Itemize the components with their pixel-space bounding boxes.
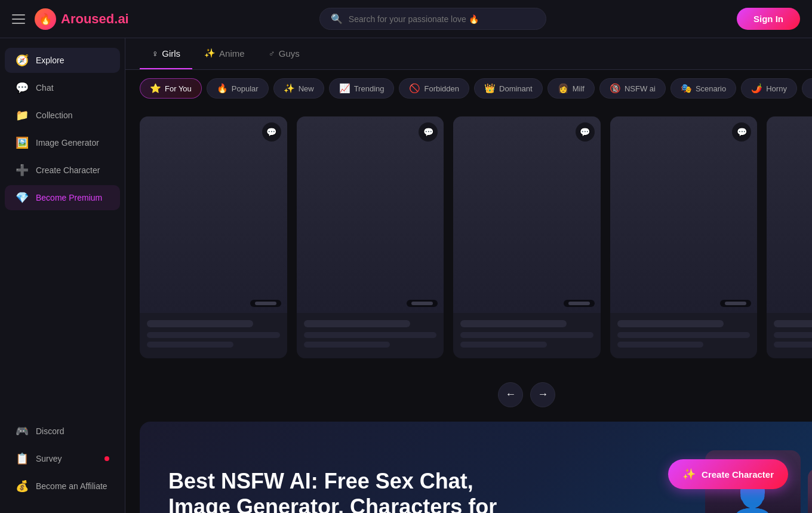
card-name-bar (617, 320, 724, 327)
tab-anime[interactable]: ✨ Anime (192, 38, 257, 69)
card-image-2: 💬 (297, 116, 444, 313)
card-desc-bar-short (774, 342, 812, 348)
anime-icon: ✨ (204, 48, 216, 59)
card-stat-4 (720, 300, 751, 307)
card-chat-button-3[interactable]: 💬 (576, 122, 595, 142)
filter-new[interactable]: ✨ New (273, 78, 324, 99)
header: 🔥 Aroused.ai 🔍 Sign In (0, 0, 812, 38)
filter-scenario[interactable]: 🎭 Scenario (670, 78, 736, 99)
next-page-button[interactable]: → (530, 382, 555, 407)
girls-icon: ♀️ (152, 48, 158, 59)
sidebar-item-label: Become Premium (36, 193, 102, 202)
card-name-bar (774, 320, 812, 327)
create-character-floating-button[interactable]: ✨ Create Character (668, 459, 788, 489)
milf-emoji: 👩 (558, 83, 569, 94)
sidebar-item-label: Chat (36, 83, 54, 93)
card-desc-bar (147, 332, 280, 338)
card-info-3 (453, 313, 601, 358)
card-desc-bar (304, 332, 437, 338)
sidebar-item-create-character[interactable]: ➕ Create Character (5, 158, 120, 183)
sidebar-item-explore[interactable]: 🧭 Explore (5, 48, 120, 73)
tab-guys[interactable]: ♂️ Guys (257, 39, 312, 69)
collection-icon: 📁 (16, 109, 29, 122)
card-name-bar (304, 320, 410, 327)
character-card[interactable]: 💬 (767, 116, 812, 358)
sidebar-item-become-premium[interactable]: 💎 Become Premium (5, 185, 120, 210)
prev-page-button[interactable]: ← (498, 382, 523, 407)
sidebar-item-image-generator[interactable]: 🖼️ Image Generator (5, 130, 120, 155)
card-image-1: 💬 (140, 116, 287, 313)
sidebar-item-survey[interactable]: 📋 Survey (5, 446, 120, 471)
search-input[interactable] (349, 14, 535, 24)
header-left: 🔥 Aroused.ai (12, 8, 129, 30)
sidebar-item-collection[interactable]: 📁 Collection (5, 103, 120, 128)
sign-in-button[interactable]: Sign In (737, 8, 800, 30)
card-desc-bar-short (304, 342, 390, 348)
card-info-4 (610, 313, 758, 358)
banner-title: Best NSFW AI: Free Sex Chat, Image Gener… (168, 468, 515, 513)
for-you-emoji: ⭐ (150, 83, 161, 94)
tab-girls[interactable]: ♀️ Girls (140, 39, 192, 69)
main-layout: 🧭 Explore 💬 Chat 📁 Collection 🖼️ Image G… (0, 38, 812, 513)
filter-submissive[interactable]: 🎀 Submis... (802, 78, 812, 99)
logo-icon: 🔥 (35, 8, 56, 30)
card-image-4: 💬 (610, 116, 758, 313)
search-bar[interactable]: 🔍 (319, 8, 546, 30)
forbidden-emoji: 🚫 (409, 83, 420, 94)
card-desc-bar (617, 332, 751, 338)
premium-icon: 💎 (16, 191, 29, 204)
discord-icon: 🎮 (16, 425, 29, 438)
sidebar-item-affiliate[interactable]: 💰 Become an Affiliate (5, 474, 120, 499)
character-card[interactable]: 💬 (140, 116, 287, 358)
create-char-label: Create Character (702, 469, 774, 480)
sidebar-item-chat[interactable]: 💬 Chat (5, 75, 120, 100)
hamburger-menu[interactable] (12, 14, 25, 24)
pagination: ← → (125, 368, 812, 422)
card-chat-button-4[interactable]: 💬 (732, 122, 751, 142)
survey-badge (104, 456, 109, 461)
create-char-icon: ✨ (682, 468, 696, 481)
card-stat-3 (564, 300, 595, 307)
character-card[interactable]: 💬 (453, 116, 601, 358)
banner-figure-2: 👤 (808, 468, 812, 513)
search-icon: 🔍 (331, 13, 343, 24)
card-chat-button-2[interactable]: 💬 (419, 122, 438, 142)
character-card[interactable]: 💬 (610, 116, 758, 358)
filter-dominant[interactable]: 👑 Dominant (474, 78, 543, 99)
sidebar-item-discord[interactable]: 🎮 Discord (5, 419, 120, 444)
logo-area[interactable]: 🔥 Aroused.ai (35, 8, 129, 30)
filter-milf[interactable]: 👩 Milf (548, 78, 595, 99)
filter-for-you[interactable]: ⭐ For You (140, 78, 202, 99)
sidebar-item-label: Survey (36, 454, 62, 463)
filter-popular[interactable]: 🔥 Popular (207, 78, 269, 99)
filter-trending[interactable]: 📈 Trending (329, 78, 395, 99)
figure-silhouette-2: 👤 (808, 468, 812, 513)
cards-grid: 💬 💬 (140, 116, 812, 358)
logo-text: Aroused.ai (61, 11, 129, 27)
banner-text: Best NSFW AI: Free Sex Chat, Image Gener… (168, 468, 705, 513)
image-generator-icon: 🖼️ (16, 136, 29, 149)
card-info-1 (140, 313, 287, 358)
filter-horny[interactable]: 🌶️ Horny (741, 78, 797, 99)
card-desc-bar (460, 332, 593, 338)
affiliate-icon: 💰 (16, 480, 29, 493)
sidebar-item-label: Create Character (36, 165, 100, 175)
nsfw-ai-emoji: 🔞 (610, 83, 621, 94)
trending-emoji: 📈 (339, 83, 350, 94)
main-content: ♀️ Girls ✨ Anime ♂️ Guys ⭐ For You 🔥 Pop… (125, 38, 812, 513)
sidebar-item-label: Become an Affiliate (36, 481, 107, 491)
card-image-5: 💬 (767, 116, 812, 313)
new-emoji: ✨ (284, 83, 295, 94)
filter-forbidden[interactable]: 🚫 Forbidden (399, 78, 469, 99)
character-card[interactable]: 💬 (297, 116, 444, 358)
sidebar-item-label: Discord (36, 426, 64, 436)
card-info-2 (297, 313, 444, 358)
cards-section: 💬 💬 (125, 107, 812, 368)
card-desc-bar-short (617, 342, 704, 348)
sidebar-item-label: Explore (36, 56, 64, 65)
sidebar-item-label: Collection (36, 110, 72, 120)
survey-icon: 📋 (16, 452, 29, 465)
filter-nsfw-ai[interactable]: 🔞 NSFW ai (599, 78, 666, 99)
sidebar-top: 🧭 Explore 💬 Chat 📁 Collection 🖼️ Image G… (0, 48, 125, 210)
card-chat-button-1[interactable]: 💬 (262, 122, 281, 142)
